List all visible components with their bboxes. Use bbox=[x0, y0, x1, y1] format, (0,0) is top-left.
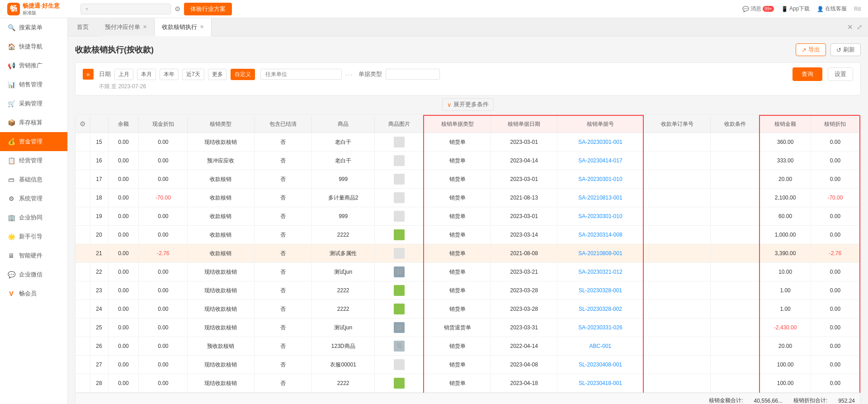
product-thumbnail bbox=[394, 304, 405, 314]
doc-no-link[interactable]: SA-20230321-012 bbox=[578, 269, 622, 275]
query-button[interactable]: 查询 bbox=[793, 67, 822, 81]
table-cell: -2.76 bbox=[811, 244, 860, 263]
table-cell: 0.00 bbox=[811, 170, 860, 189]
table-cell: 0.00 bbox=[108, 281, 139, 300]
sidebar-item-inventory[interactable]: 📦 库存核算 bbox=[0, 113, 67, 132]
sidebar-item-base[interactable]: 🗃 基础信息 bbox=[0, 170, 67, 189]
row-action-icon bbox=[75, 170, 90, 189]
row-action-icon bbox=[75, 133, 90, 152]
sidebar-item-hardware[interactable]: 🖥 智能硬件 bbox=[0, 246, 67, 265]
sidebar-item-operations[interactable]: 📋 经营管理 bbox=[0, 151, 67, 170]
doc-no-link[interactable]: ABC-001 bbox=[590, 343, 612, 349]
page-title-row: 收款核销执行(按收款) ↗ 导出 ↺ 刷新 bbox=[75, 43, 861, 56]
tab-collection[interactable]: 收款核销执行 ✕ bbox=[155, 18, 212, 36]
sidebar-item-enterprise[interactable]: 🏢 企业协同 bbox=[0, 208, 67, 227]
table-footer: 核销金额合计: 40,556,66... 核销折扣合计: 952.24 bbox=[75, 393, 860, 404]
doc-no-link[interactable]: SL-20230418-001 bbox=[579, 380, 622, 386]
tab-expand[interactable]: ⤢ bbox=[857, 23, 863, 31]
table-cell: 0.00 bbox=[139, 207, 188, 226]
export-button[interactable]: ↗ 导出 bbox=[796, 43, 826, 56]
refresh-button[interactable]: ↺ 刷新 bbox=[830, 43, 861, 56]
sidebar-item-purchase[interactable]: 🛒 采购管理 bbox=[0, 94, 67, 113]
sidebar-item-finance[interactable]: 💰 资金管理 bbox=[0, 132, 67, 151]
doc-type-select[interactable] bbox=[386, 69, 440, 80]
doc-no-link[interactable]: SL-20230328-001 bbox=[579, 287, 622, 294]
column-settings-icon[interactable]: ⚙ bbox=[80, 120, 85, 128]
btn-this-year[interactable]: 本年 bbox=[160, 69, 179, 80]
sidebar-item-shortcut[interactable]: 🏠 快捷导航 bbox=[0, 37, 67, 56]
doc-no-link[interactable]: SA-20210813-001 bbox=[578, 195, 622, 201]
doc-no-link[interactable]: SA-20210808-001 bbox=[578, 250, 622, 257]
sidebar-item-guide[interactable]: 🌟 新手引导 bbox=[0, 227, 67, 246]
table-cell: 0.00 bbox=[811, 356, 860, 374]
doc-no-link[interactable]: SA-20230414-017 bbox=[578, 157, 622, 164]
table-cell: 100.00 bbox=[760, 356, 811, 374]
tab-prepay[interactable]: 预付冲应付单 ✕ bbox=[98, 18, 155, 36]
sidebar-label-member: 畅会员 bbox=[19, 290, 37, 298]
filter-bar: » 日期 上月 本月 本年 近7天 更多 自定义 ··· bbox=[75, 62, 861, 95]
sidebar-item-wechat[interactable]: 💬 企业微信 bbox=[0, 265, 67, 284]
table-cell: 衣服00001 bbox=[312, 356, 375, 374]
tab-home[interactable]: 首页 bbox=[68, 18, 98, 36]
tab-close-all[interactable]: ✕ bbox=[847, 23, 853, 31]
th-receipt-order-no: 收款单订单号 bbox=[643, 115, 710, 133]
table-cell: 999 bbox=[312, 170, 375, 189]
table-cell: 0.00 bbox=[108, 207, 139, 226]
doc-no-link[interactable]: SL-20230408-001 bbox=[579, 361, 622, 368]
btn-last-7-days[interactable]: 近7天 bbox=[182, 69, 204, 80]
btn-more-date[interactable]: 更多 bbox=[208, 69, 227, 80]
filter-date-section: 日期 上月 本月 本年 近7天 更多 自定义 bbox=[99, 69, 255, 80]
product-thumbnail: 🖼 bbox=[394, 266, 405, 277]
btn-last-month[interactable]: 上月 bbox=[114, 69, 133, 80]
table-cell: 0.00 bbox=[108, 152, 139, 170]
settings-icon[interactable]: ⚙ bbox=[175, 5, 180, 13]
settings-button[interactable]: 设置 bbox=[828, 67, 853, 81]
table-cell: 销货单 bbox=[424, 281, 491, 300]
doc-no-link[interactable]: SA-20230301-001 bbox=[578, 139, 622, 145]
row-action-icon bbox=[75, 263, 90, 281]
filter-expand-icon[interactable]: » bbox=[83, 69, 94, 80]
sidebar-item-system[interactable]: ⚙ 系统管理 bbox=[0, 189, 67, 208]
sidebar-item-search[interactable]: 🔍 搜索菜单 bbox=[0, 18, 67, 37]
doc-no-link[interactable]: SA-20230331-026 bbox=[578, 324, 622, 331]
sidebar-label-operations: 经营管理 bbox=[19, 157, 42, 165]
tab-prepay-close[interactable]: ✕ bbox=[143, 24, 147, 30]
data-table: ⚙ 余额 现金折扣 核销类型 包含已结清 商品 商品图片 核销单据类型 核销单据… bbox=[75, 115, 860, 393]
doc-no-link[interactable]: SA-20230301-010 bbox=[578, 213, 622, 219]
table-cell bbox=[643, 356, 710, 374]
th-writeoff-discount: 核销折扣 bbox=[811, 115, 860, 133]
company-input[interactable] bbox=[260, 69, 342, 80]
app-name: 畅捷通·好生意 bbox=[23, 2, 60, 10]
online-service-btn[interactable]: 👤 在线客服 bbox=[817, 5, 847, 13]
sidebar-item-sales[interactable]: 📊 销售管理 bbox=[0, 75, 67, 94]
btn-custom-date[interactable]: 自定义 bbox=[231, 69, 255, 80]
table-cell: 24 bbox=[90, 300, 108, 318]
btn-this-month[interactable]: 本月 bbox=[137, 69, 156, 80]
product-image-cell: 🏗 bbox=[375, 337, 424, 356]
table-cell: 否 bbox=[254, 337, 312, 356]
sidebar-item-member[interactable]: V 畅会员 bbox=[0, 284, 67, 303]
tab-collection-close[interactable]: ✕ bbox=[200, 24, 204, 30]
doc-no-link[interactable]: SA-20230314-008 bbox=[578, 232, 622, 238]
table-cell: 现结收款核销 bbox=[188, 356, 255, 374]
tab-collection-label: 收款核销执行 bbox=[162, 23, 197, 31]
row-action-icon bbox=[75, 318, 90, 337]
product-thumbnail bbox=[394, 378, 405, 389]
table-cell: 2222 bbox=[312, 281, 375, 300]
app-download-btn[interactable]: 📱 App下载 bbox=[781, 5, 810, 13]
doc-no-link[interactable]: SL-20230328-002 bbox=[579, 306, 622, 312]
messages-btn[interactable]: 💬 消息 99+ bbox=[742, 5, 774, 13]
table-cell: 20.00 bbox=[760, 170, 811, 189]
th-cash-discount: 现金折扣 bbox=[139, 115, 188, 133]
sidebar-label-enterprise: 企业协同 bbox=[19, 214, 42, 222]
table-cell: 收款核销 bbox=[188, 189, 255, 207]
expand-conditions-btn[interactable]: ∨ 展开更多条件 bbox=[442, 98, 494, 111]
table-cell: 100.00 bbox=[760, 374, 811, 393]
industry-btn[interactable]: 体验行业方案 bbox=[184, 3, 232, 15]
table-cell: 收款核销 bbox=[188, 226, 255, 244]
table-cell: 否 bbox=[254, 133, 312, 152]
doc-no-link[interactable]: SA-20230301-010 bbox=[578, 176, 622, 182]
table-cell: 0.00 bbox=[811, 207, 860, 226]
guide-icon: 🌟 bbox=[7, 233, 15, 241]
sidebar-item-marketing[interactable]: 📢 营销推广 bbox=[0, 56, 67, 75]
